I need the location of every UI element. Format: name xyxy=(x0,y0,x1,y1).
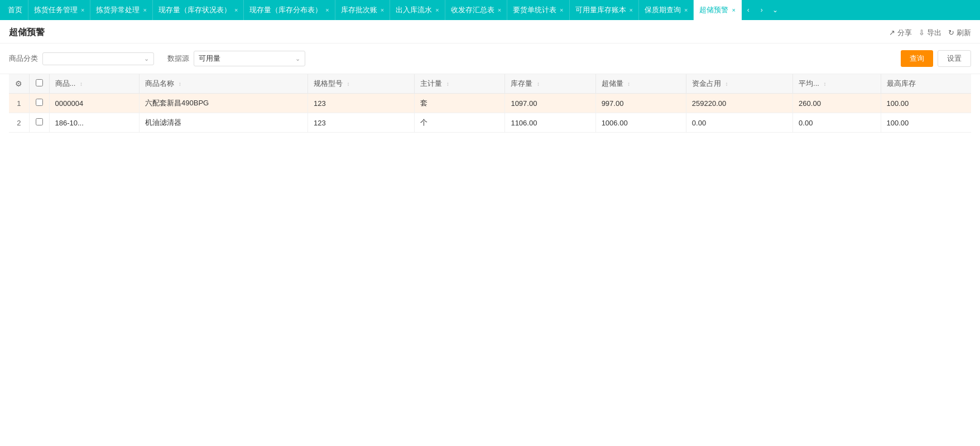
row-select-checkbox-1[interactable] xyxy=(36,99,43,106)
nav-label-quality-check: 保质期查询 xyxy=(645,5,681,15)
row-unit-1: 套 xyxy=(415,94,505,113)
row-stock-2: 1106.00 xyxy=(505,113,595,133)
datasource-label: 数据源 xyxy=(167,54,189,64)
page-actions: ↗ 分享 ⇩ 导出 ↻ 刷新 xyxy=(889,28,971,38)
row-avg-1: 260.00 xyxy=(793,94,881,113)
close-icon-receive-send[interactable]: × xyxy=(498,7,501,13)
row-product-code-2: 186-10... xyxy=(49,113,140,133)
refresh-label: 刷新 xyxy=(957,28,971,38)
nav-label-available-ledger: 可用量库存账本 xyxy=(575,5,626,15)
page-content: 超储预警 ↗ 分享 ⇩ 导出 ↻ 刷新 商品分类 ⌄ 数据源 xyxy=(0,20,980,446)
nav-label-inventory-status: 现存量（库存状况表） xyxy=(158,5,231,15)
query-button[interactable]: 查询 xyxy=(901,50,933,67)
settings-button[interactable]: 设置 xyxy=(938,50,971,67)
close-icon-order-stats[interactable]: × xyxy=(560,7,563,13)
row-stock-1: 1097.00 xyxy=(505,94,595,113)
close-icon-inventory-status[interactable]: × xyxy=(234,7,238,13)
chevron-down-icon: ⌄ xyxy=(144,55,149,62)
data-table: ⚙ 商品... ↕ 商品名称 ↕ 规格型号 ↕ xyxy=(9,74,971,133)
nav-label-abnormal: 拣货异常处理 xyxy=(96,5,140,15)
nav-item-available-ledger[interactable]: 可用量库存账本 × xyxy=(570,0,639,20)
nav-item-inventory-status[interactable]: 现存量（库存状况表） × xyxy=(153,0,244,20)
row-select-checkbox-2[interactable] xyxy=(36,118,43,125)
row-spec-1: 123 xyxy=(308,94,414,113)
nav-label-task-mgmt: 拣货任务管理 xyxy=(34,5,78,15)
row-overstock-2: 1006.00 xyxy=(595,113,686,133)
gear-icon[interactable]: ⚙ xyxy=(15,79,22,88)
row-product-name-1: 六配套新昌490BPG xyxy=(140,94,308,113)
nav-item-overstock-warn[interactable]: 超储预警 × xyxy=(694,0,741,20)
th-spec[interactable]: 规格型号 ↕ xyxy=(308,74,414,94)
th-product-name[interactable]: 商品名称 ↕ xyxy=(140,74,308,94)
nav-label-order-stats: 要货单统计表 xyxy=(513,5,556,15)
sort-icon-spec: ↕ xyxy=(347,81,350,87)
row-max-stock-1: 100.00 xyxy=(881,94,971,113)
nav-item-home[interactable]: 首页 xyxy=(2,0,28,20)
close-icon-inventory-dist[interactable]: × xyxy=(325,7,329,13)
nav-label-overstock-warn: 超储预警 xyxy=(699,5,728,15)
nav-item-in-out-flow[interactable]: 出入库流水 × xyxy=(390,0,445,20)
row-avg-2: 0.00 xyxy=(793,113,881,133)
nav-menu-arrow[interactable]: ⌄ xyxy=(768,0,782,20)
nav-label-inventory-batch: 库存批次账 xyxy=(341,5,377,15)
th-overstock[interactable]: 超储量 ↕ xyxy=(595,74,686,94)
close-icon-available-ledger[interactable]: × xyxy=(630,7,633,13)
nav-label-in-out-flow: 出入库流水 xyxy=(396,5,432,15)
datasource-select-value: 可用量 xyxy=(199,54,220,64)
category-select[interactable]: ⌄ xyxy=(42,52,154,65)
row-checkbox-1 xyxy=(29,94,49,113)
row-capital-1: 259220.00 xyxy=(686,94,792,113)
th-checkbox xyxy=(29,74,49,94)
row-spec-2: 123 xyxy=(308,113,414,133)
refresh-icon: ↻ xyxy=(948,28,954,37)
share-label: 分享 xyxy=(897,28,912,38)
close-icon-overstock-warn[interactable]: × xyxy=(732,7,735,13)
nav-next-arrow[interactable]: › xyxy=(755,0,768,20)
close-icon-inventory-batch[interactable]: × xyxy=(381,7,384,13)
table-row: 1 0000004 六配套新昌490BPG 123 套 1097.00 997.… xyxy=(9,94,971,113)
close-icon-in-out-flow[interactable]: × xyxy=(435,7,439,13)
top-navigation: 首页 拣货任务管理 × 拣货异常处理 × 现存量（库存状况表） × 现存量（库存… xyxy=(0,0,980,20)
th-product-code[interactable]: 商品... ↕ xyxy=(49,74,140,94)
page-header: 超储预警 ↗ 分享 ⇩ 导出 ↻ 刷新 xyxy=(0,20,980,43)
share-button[interactable]: ↗ 分享 xyxy=(889,28,912,38)
nav-label-inventory-dist: 现存量（库存分布表） xyxy=(249,5,322,15)
row-unit-2: 个 xyxy=(415,113,505,133)
nav-item-task-mgmt[interactable]: 拣货任务管理 × xyxy=(28,0,90,20)
refresh-button[interactable]: ↻ 刷新 xyxy=(948,28,971,38)
sort-icon-unit: ↕ xyxy=(446,81,449,87)
table-header-row: ⚙ 商品... ↕ 商品名称 ↕ 规格型号 ↕ xyxy=(9,74,971,94)
nav-item-abnormal[interactable]: 拣货异常处理 × xyxy=(90,0,152,20)
th-stock[interactable]: 库存量 ↕ xyxy=(505,74,595,94)
export-button[interactable]: ⇩ 导出 xyxy=(919,28,941,38)
th-max-stock[interactable]: 最高库存 xyxy=(881,74,971,94)
close-icon-task-mgmt[interactable]: × xyxy=(81,7,84,13)
nav-item-inventory-batch[interactable]: 库存批次账 × xyxy=(335,0,390,20)
row-num-1: 1 xyxy=(9,94,29,113)
category-label: 商品分类 xyxy=(9,54,38,64)
sort-icon-capital: ↕ xyxy=(725,81,728,87)
nav-item-inventory-dist[interactable]: 现存量（库存分布表） × xyxy=(244,0,335,20)
chevron-down-icon-datasource: ⌄ xyxy=(295,55,300,62)
row-product-name-2: 机油滤清器 xyxy=(140,113,308,133)
table-row: 2 186-10... 机油滤清器 123 个 1106.00 1006.00 … xyxy=(9,113,971,133)
close-icon-quality-check[interactable]: × xyxy=(684,7,688,13)
close-icon-abnormal[interactable]: × xyxy=(143,7,146,13)
th-unit[interactable]: 主计量 ↕ xyxy=(415,74,505,94)
row-checkbox-2 xyxy=(29,113,49,133)
row-capital-2: 0.00 xyxy=(686,113,792,133)
nav-item-order-stats[interactable]: 要货单统计表 × xyxy=(507,0,569,20)
select-all-checkbox[interactable] xyxy=(36,79,43,86)
nav-prev-arrow[interactable]: ‹ xyxy=(742,0,755,20)
datasource-select[interactable]: 可用量 ⌄ xyxy=(194,51,305,66)
th-avg[interactable]: 平均... ↕ xyxy=(793,74,881,94)
nav-label-home: 首页 xyxy=(8,5,22,15)
th-capital[interactable]: 资金占用 ↕ xyxy=(686,74,792,94)
row-max-stock-2: 100.00 xyxy=(881,113,971,133)
nav-item-quality-check[interactable]: 保质期查询 × xyxy=(639,0,694,20)
filter-area: 商品分类 ⌄ 数据源 可用量 ⌄ 查询 设置 xyxy=(0,43,980,74)
sort-icon-stock: ↕ xyxy=(537,81,540,87)
share-icon: ↗ xyxy=(889,28,895,37)
nav-item-receive-send[interactable]: 收发存汇总表 × xyxy=(445,0,507,20)
sort-icon-overstock: ↕ xyxy=(627,81,630,87)
